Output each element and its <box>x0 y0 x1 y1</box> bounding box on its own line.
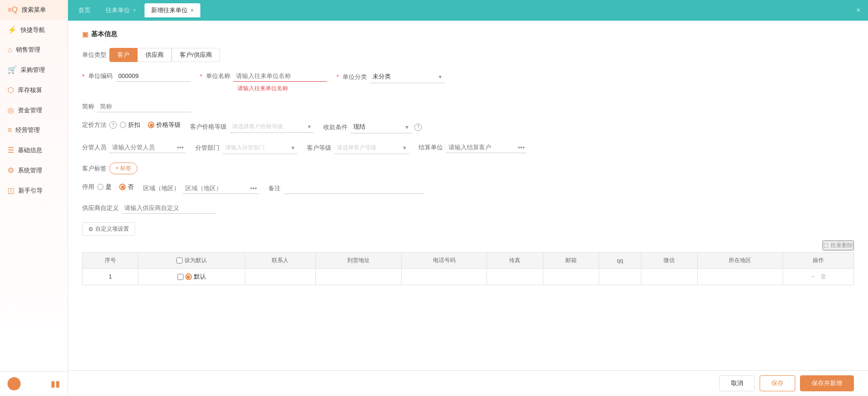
tab-home[interactable]: 首页 <box>72 3 97 17</box>
settlement-more-btn[interactable]: ••• <box>516 144 527 151</box>
remark-input[interactable] <box>283 183 424 194</box>
abbr-group: 简称 <box>82 101 191 112</box>
pricing-radio-level[interactable]: 价格等级 <box>148 121 181 129</box>
sidebar-item-finance[interactable]: ◎ 资金管理 <box>0 100 68 120</box>
row-wechat <box>641 269 697 285</box>
unit-btn-both[interactable]: 客户/供应商 <box>172 48 220 62</box>
region-label: 区域（地区） <box>143 184 180 193</box>
sidebar-item-label: 快捷导航 <box>21 26 45 34</box>
select-all-checkbox[interactable] <box>176 257 183 264</box>
save-new-button[interactable]: 保存并新增 <box>800 375 854 391</box>
supplier-custom-row: 供应商自定义 <box>82 202 854 214</box>
tab-bar-close-all[interactable]: × <box>856 6 860 15</box>
sidebar-item-basic-info[interactable]: ☰ 基础信息 <box>0 140 68 160</box>
chevron-down-icon3: ▾ <box>405 124 409 131</box>
sidebar-bottom: ▮▮ <box>0 371 68 396</box>
manager-group: 分管人员 ••• <box>82 142 186 153</box>
disabled-radio-yes[interactable]: 是 <box>97 183 112 191</box>
row-checkbox[interactable] <box>177 274 183 280</box>
row-fax <box>487 269 543 285</box>
tab-contacts-close[interactable]: × <box>133 7 136 14</box>
sidebar: ≡Q 搜索菜单 ⚡ 快捷导航 ⌂ 销售管理 🛒 采购管理 ⬡ 库存核算 ◎ 资金… <box>0 0 68 396</box>
tab-new-contact-close[interactable]: × <box>190 7 194 14</box>
quick-nav-icon: ⚡ <box>8 25 17 34</box>
chevron-down-icon2: ▾ <box>308 123 311 130</box>
customer-level-group: 客户等级 请选择客户等级 ▾ <box>307 142 409 154</box>
customer-level-select[interactable]: 请选择客户等级 ▾ <box>334 142 409 154</box>
unit-btn-supplier[interactable]: 供应商 <box>137 48 172 62</box>
sidebar-item-search[interactable]: ≡Q 搜索菜单 <box>0 0 68 20</box>
sidebar-item-system[interactable]: ⚙ 系统管理 <box>0 160 68 180</box>
unit-code-input[interactable] <box>115 70 190 82</box>
row-action: ＋ 🗑 <box>783 269 854 285</box>
unit-name-label: 单位名称 <box>206 72 230 80</box>
expand-icon[interactable]: ▮▮ <box>51 379 60 389</box>
unit-category-required: * <box>336 73 339 80</box>
tag-add-label: + 标签 <box>115 164 131 172</box>
unit-code-group: * 单位编码 <box>82 70 190 82</box>
manager-more-btn[interactable]: ••• <box>175 144 186 151</box>
customer-price-select[interactable]: 请选择客户价格等级 ▾ <box>229 121 314 133</box>
tags-row: 客户标签 + 标签 <box>82 163 854 174</box>
manager-row: 分管人员 ••• 分管部门 请输入分管部门 ▾ 客户等级 请选择客户等级 ▾ <box>82 142 854 154</box>
operations-icon: ≡ <box>8 126 12 134</box>
disabled-radio-no[interactable]: 否 <box>119 183 134 191</box>
delete-row-button[interactable]: 🗑 <box>820 272 827 281</box>
pricing-discount-label: 折扣 <box>128 121 140 129</box>
radio-level-circle <box>148 122 154 128</box>
manager-input[interactable] <box>109 142 175 153</box>
settlement-input[interactable] <box>446 142 516 153</box>
add-row-button[interactable]: ＋ <box>810 272 816 281</box>
custom-setting-button[interactable]: ⚙ 自定义项设置 <box>82 222 135 236</box>
sidebar-item-label: 经营管理 <box>15 126 40 134</box>
sidebar-item-purchase[interactable]: 🛒 采购管理 <box>0 60 68 80</box>
tab-new-contact[interactable]: 新增往来单位 × <box>145 3 200 17</box>
abbr-input[interactable] <box>97 101 191 112</box>
region-input[interactable] <box>183 183 248 194</box>
remark-label: 备注 <box>268 184 281 193</box>
bottom-bar: 取消 保存 保存并新增 <box>68 370 868 396</box>
unit-category-select[interactable]: 未分类 ▾ <box>370 70 445 83</box>
radio-discount-circle <box>120 122 126 128</box>
unit-name-error: 请输入往来单位名称 <box>237 85 288 92</box>
row-address <box>316 269 402 285</box>
pricing-radio-discount[interactable]: 折扣 <box>120 121 140 129</box>
customer-tag-label: 客户标签 <box>82 164 107 173</box>
unit-name-required: * <box>200 73 202 80</box>
section-title: ▣ 基本信息 <box>82 30 854 39</box>
sidebar-item-label: 采购管理 <box>21 66 45 74</box>
sidebar-item-quick-nav[interactable]: ⚡ 快捷导航 <box>0 20 68 40</box>
region-more-btn[interactable]: ••• <box>248 185 259 192</box>
supplier-custom-input[interactable] <box>122 202 215 214</box>
department-select[interactable]: 请输入分管部门 ▾ <box>222 142 297 154</box>
add-tag-button[interactable]: + 标签 <box>109 163 137 174</box>
newbie-icon: ◫ <box>8 186 15 195</box>
department-placeholder: 请输入分管部门 <box>225 144 265 152</box>
cancel-button[interactable]: 取消 <box>719 375 755 391</box>
payment-select[interactable]: 现结 ▾ <box>350 121 411 133</box>
sidebar-item-inventory[interactable]: ⬡ 库存核算 <box>0 80 68 100</box>
sidebar-item-sales[interactable]: ⌂ 销售管理 <box>0 40 68 60</box>
batch-delete-button[interactable]: ☐ 批量删除 <box>822 241 854 250</box>
pricing-help-icon[interactable]: ? <box>109 121 117 129</box>
tab-contacts[interactable]: 往来单位 × <box>99 3 143 17</box>
tab-contacts-label: 往来单位 <box>106 6 130 15</box>
col-qq: qq <box>599 253 641 269</box>
unit-name-group: * 单位名称 请输入往来单位名称 <box>200 70 327 93</box>
contact-table-section: ☐ 批量删除 序号 设为默认 联系人 到货地 <box>82 241 854 285</box>
unit-name-input[interactable] <box>233 70 327 82</box>
unit-category-group: * 单位分类 未分类 ▾ <box>336 70 445 83</box>
sidebar-item-label: 系统管理 <box>18 166 42 175</box>
sidebar-item-operations[interactable]: ≡ 经营管理 <box>0 120 68 140</box>
col-email: 邮箱 <box>543 253 599 269</box>
payment-help-icon[interactable]: ? <box>414 124 422 131</box>
supplier-custom-group: 供应商自定义 <box>82 202 215 214</box>
sidebar-item-newbie[interactable]: ◫ 新手引导 <box>0 180 68 201</box>
search-icon: ≡Q <box>8 6 18 14</box>
save-button[interactable]: 保存 <box>760 375 795 391</box>
default-radio[interactable]: 默认 <box>185 272 206 281</box>
row-qq <box>599 269 641 285</box>
department-label: 分管部门 <box>195 144 220 152</box>
unit-btn-customer[interactable]: 客户 <box>109 48 137 62</box>
unit-code-required: * <box>82 73 84 80</box>
